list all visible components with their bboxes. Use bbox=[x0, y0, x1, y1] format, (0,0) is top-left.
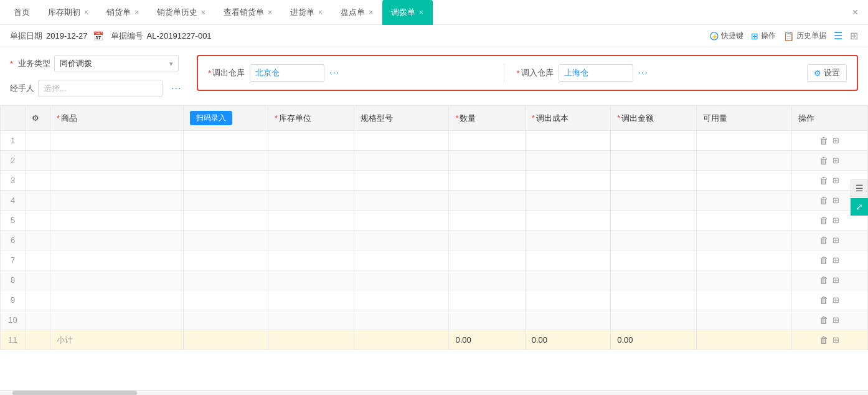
tab-inventory-init[interactable]: 库存期初 × bbox=[39, 0, 98, 25]
copy-icon[interactable]: ⊞ bbox=[833, 196, 839, 205]
tab-close-inventory-init[interactable]: × bbox=[84, 9, 88, 16]
source-warehouse-more-btn[interactable]: ··· bbox=[329, 67, 339, 79]
copy-icon[interactable]: ⊞ bbox=[833, 136, 839, 145]
copy-icon[interactable]: ⊞ bbox=[833, 335, 839, 345]
handler-more-btn[interactable]: ··· bbox=[171, 83, 181, 94]
target-warehouse-more-btn[interactable]: ··· bbox=[638, 67, 648, 79]
shortcut-btn[interactable]: ⚡ 快捷键 bbox=[710, 31, 743, 41]
calendar-icon[interactable]: 📅 bbox=[93, 31, 103, 41]
row-amount bbox=[611, 151, 697, 171]
toolbar-right: ⚡ 快捷键 ⊞ 操作 📋 历史单据 ☰ ⊞ bbox=[710, 30, 858, 42]
tab-inventory-check[interactable]: 盘点单 × bbox=[332, 0, 382, 25]
row-action: 🗑 ⊞ bbox=[791, 131, 867, 151]
handler-input[interactable]: 选择... bbox=[38, 80, 163, 97]
biz-type-select[interactable]: 同价调拨 ▾ bbox=[54, 55, 179, 72]
source-warehouse-input[interactable]: 北京仓 bbox=[250, 64, 324, 82]
delete-icon[interactable]: 🗑 bbox=[819, 255, 829, 265]
gear-col-icon[interactable]: ⚙ bbox=[32, 113, 39, 123]
row-product[interactable] bbox=[50, 191, 184, 211]
row-product[interactable] bbox=[50, 250, 184, 270]
row-unit bbox=[268, 250, 354, 270]
tab-close-transfer-order[interactable]: × bbox=[419, 9, 423, 16]
source-warehouse-group: * 调出仓库 北京仓 ··· bbox=[208, 64, 491, 82]
layout-grid-btn[interactable]: ⊞ bbox=[850, 30, 858, 42]
copy-icon[interactable]: ⊞ bbox=[833, 216, 839, 225]
copy-icon[interactable]: ⊞ bbox=[833, 255, 839, 265]
copy-icon[interactable]: ⊞ bbox=[833, 236, 839, 245]
copy-icon[interactable]: ⊞ bbox=[833, 315, 839, 325]
tab-close-purchase-order[interactable]: × bbox=[318, 9, 323, 16]
row-product[interactable] bbox=[50, 151, 184, 171]
row-product[interactable] bbox=[50, 310, 184, 330]
side-expand-btn[interactable]: ⤢ bbox=[851, 198, 868, 216]
row-cost bbox=[525, 131, 611, 151]
row-unit bbox=[268, 270, 354, 290]
row-spec bbox=[354, 310, 449, 330]
col-settings-header[interactable]: ⚙ bbox=[26, 106, 50, 131]
delete-icon[interactable]: 🗑 bbox=[819, 315, 829, 325]
scrollbar-thumb bbox=[12, 391, 137, 395]
table-row: 9 🗑 ⊞ bbox=[1, 290, 868, 310]
row-product[interactable] bbox=[50, 270, 184, 290]
doc-date-value[interactable]: 2019-12-27 bbox=[46, 31, 88, 40]
row-cost bbox=[525, 250, 611, 270]
delete-icon[interactable]: 🗑 bbox=[819, 295, 829, 305]
delete-icon[interactable]: 🗑 bbox=[819, 175, 829, 186]
biz-type-label: 业务类型 bbox=[18, 58, 50, 69]
history-btn[interactable]: 📋 历史单据 bbox=[783, 31, 826, 41]
delete-icon[interactable]: 🗑 bbox=[819, 335, 829, 345]
target-warehouse-required: * bbox=[517, 69, 520, 78]
subtotal-available bbox=[696, 330, 791, 350]
row-product[interactable] bbox=[50, 211, 184, 231]
close-all-tabs[interactable]: × bbox=[847, 7, 863, 18]
delete-icon[interactable]: 🗑 bbox=[819, 215, 829, 226]
delete-icon[interactable]: 🗑 bbox=[819, 195, 829, 206]
settings-button[interactable]: ⚙ 设置 bbox=[807, 64, 847, 82]
side-list-btn[interactable]: ☰ bbox=[851, 179, 868, 197]
row-unit bbox=[268, 171, 354, 191]
gear-icon: ⚙ bbox=[814, 69, 821, 78]
row-amount bbox=[611, 250, 697, 270]
source-warehouse-value: 北京仓 bbox=[255, 67, 319, 79]
row-amount bbox=[611, 171, 697, 191]
row-spec bbox=[354, 191, 449, 211]
toolbar-left: 单据日期 2019-12-27 📅 单据编号 AL-20191227-001 bbox=[10, 31, 697, 42]
scan-btn[interactable]: 扫码录入 bbox=[190, 111, 232, 125]
row-spec bbox=[354, 171, 449, 191]
copy-icon[interactable]: ⊞ bbox=[833, 275, 839, 285]
tab-close-sales-history[interactable]: × bbox=[201, 9, 205, 16]
tab-close-inventory-check[interactable]: × bbox=[369, 9, 373, 16]
target-warehouse-input[interactable]: 上海仓 bbox=[559, 64, 633, 82]
doc-no-value: AL-20191227-001 bbox=[147, 31, 212, 40]
row-product[interactable] bbox=[50, 231, 184, 250]
tab-close-sales-order[interactable]: × bbox=[134, 9, 139, 16]
copy-icon[interactable]: ⊞ bbox=[833, 156, 839, 165]
row-product[interactable] bbox=[50, 290, 184, 310]
tab-sales-order[interactable]: 销货单 × bbox=[98, 0, 148, 25]
row-product[interactable] bbox=[50, 171, 184, 191]
row-available bbox=[696, 290, 791, 310]
delete-icon[interactable]: 🗑 bbox=[819, 135, 829, 146]
copy-icon[interactable]: ⊞ bbox=[833, 295, 839, 305]
row-action: 🗑 ⊞ bbox=[791, 151, 867, 171]
row-settings-cell bbox=[26, 211, 50, 231]
delete-icon[interactable]: 🗑 bbox=[819, 275, 829, 285]
tab-close-view-sales[interactable]: × bbox=[268, 9, 272, 16]
layout-list-btn[interactable]: ☰ bbox=[834, 30, 842, 42]
row-no: 4 bbox=[1, 191, 26, 211]
copy-icon[interactable]: ⊞ bbox=[833, 176, 839, 185]
operations-btn[interactable]: ⊞ 操作 bbox=[751, 31, 776, 41]
delete-icon[interactable]: 🗑 bbox=[819, 235, 829, 245]
row-product[interactable] bbox=[50, 131, 184, 151]
row-available bbox=[696, 191, 791, 211]
horizontal-scrollbar[interactable] bbox=[0, 390, 868, 395]
tab-view-sales[interactable]: 查看销货单 × bbox=[215, 0, 281, 25]
row-scan bbox=[183, 290, 268, 310]
delete-icon[interactable]: 🗑 bbox=[819, 155, 829, 166]
tab-home[interactable]: 首页 bbox=[5, 0, 39, 25]
tab-sales-history[interactable]: 销货单历史 × bbox=[148, 0, 215, 25]
row-settings-cell bbox=[26, 191, 50, 211]
row-settings-cell bbox=[26, 250, 50, 270]
tab-purchase-order[interactable]: 进货单 × bbox=[281, 0, 332, 25]
tab-transfer-order[interactable]: 调拨单 × bbox=[382, 0, 433, 25]
